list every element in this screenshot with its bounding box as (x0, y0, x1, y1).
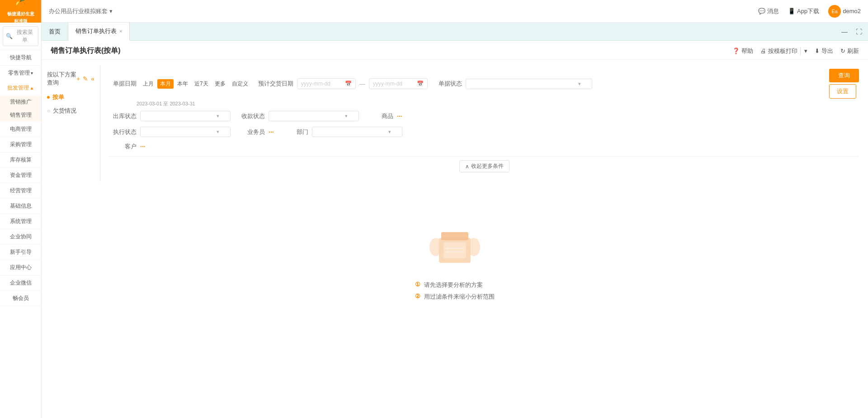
calendar-to-icon: 📅 (417, 81, 424, 87)
sidebar-item-marketing[interactable]: 营销推广 (0, 95, 41, 109)
help-label: 帮助 (741, 47, 753, 55)
dept-select[interactable]: ▾ (312, 127, 402, 137)
payment-filter-group: 收款状态 ▾ (238, 111, 359, 121)
payment-select[interactable]: ▾ (269, 111, 359, 121)
search-menu-button[interactable]: 🔍 搜索菜单 (3, 26, 38, 46)
status-filter-group: 单据状态 ▾ (435, 79, 592, 89)
tab-close-icon[interactable]: × (119, 28, 122, 34)
app-download-label: App下载 (797, 7, 819, 15)
scheme-item-shortage[interactable]: ○ 欠货情况 (42, 104, 100, 118)
content-area: 销售订单执行表(按单) ❓ 帮助 🖨 按模板打印 ▾ ⬇ 导出 (42, 41, 868, 418)
sidebar-item-member[interactable]: 畅会员 (0, 291, 41, 306)
exec-label: 执行状态 (109, 128, 137, 136)
sidebar-item-basic[interactable]: 基础信息 (0, 199, 41, 214)
export-button[interactable]: ⬇ 导出 (815, 47, 833, 55)
sidebar-item-inventory[interactable]: 库存核算 (0, 152, 41, 168)
empty-hint-1-text: 请先选择要分析的方案 (424, 281, 483, 289)
quick-nav-label: 快捷导航 (10, 54, 32, 61)
sidebar-item-enterprise[interactable]: 企业协同 (0, 229, 41, 245)
status-select[interactable]: ▾ (466, 79, 592, 89)
date-range-separator: — (359, 81, 365, 87)
salesman-ellipsis-button[interactable]: ··· (269, 128, 274, 136)
exec-dropdown-icon: ▾ (217, 129, 219, 135)
sidebar-item-finance[interactable]: 资金管理 (0, 168, 41, 183)
filter-sidebar-icons: + ✎ « (76, 75, 94, 82)
sidebar-item-retail[interactable]: 零售管理 ▾ (0, 66, 41, 81)
sidebar-item-system[interactable]: 系统管理 (0, 214, 41, 229)
query-button[interactable]: 查询 (829, 69, 859, 82)
customer-ellipsis-button[interactable]: ··· (140, 143, 146, 150)
date-tab-this-month[interactable]: 本月 (157, 79, 174, 89)
status-dropdown-icon: ▾ (578, 81, 581, 87)
sidebar-item-quick-nav[interactable]: 快捷导航 (0, 50, 41, 66)
svg-rect-2 (443, 242, 466, 258)
sidebar-item-purchase[interactable]: 采购管理 (0, 137, 41, 152)
expected-date-group: 预计交货日期 yyyy-mm-dd 📅 — yyyy-mm-dd 📅 (258, 78, 428, 89)
tab-sales-order[interactable]: 销售订单执行表 × (68, 23, 130, 41)
date-label: 单据日期 (109, 80, 137, 88)
sidebar-item-wholesale[interactable]: 批发管理 ▲ (0, 81, 41, 95)
filter-main: 单据日期 上月 本月 本年 近7天 更多 自定义 (100, 65, 868, 181)
wholesale-label: 批发管理 (7, 84, 29, 92)
topbar: 办公用品行业模拟账套 ▾ 💬 消息 📱 App下载 Ea demo2 (42, 0, 868, 23)
add-scheme-icon[interactable]: + (76, 75, 80, 82)
app-download-button[interactable]: 📱 App下载 (788, 7, 819, 15)
tabbar: 首页 销售订单执行表 × — ⛶ (42, 23, 868, 41)
payment-dropdown-icon: ▾ (345, 113, 348, 119)
outstock-select[interactable]: ▾ (140, 111, 231, 121)
sidebar-item-ecommerce[interactable]: 电商管理 (0, 122, 41, 137)
scheme-item-by-order[interactable]: 按单 (42, 90, 100, 104)
svg-point-3 (429, 238, 442, 256)
expected-date-to-input[interactable]: yyyy-mm-dd 📅 (369, 78, 428, 89)
breadcrumb-dropdown-icon[interactable]: ▾ (109, 8, 113, 14)
page-inner: 销售订单执行表(按单) ❓ 帮助 🖨 按模板打印 ▾ ⬇ 导出 (42, 41, 868, 418)
collapse-more-button[interactable]: ∧ 收起更多条件 (459, 160, 509, 172)
setting-button[interactable]: 设置 (829, 84, 856, 99)
exec-filter-group: 执行状态 ▾ (109, 127, 231, 137)
scheme-shortage-icon: ○ (47, 108, 50, 114)
tab-minimize-button[interactable]: — (839, 26, 850, 37)
date-tab-custom[interactable]: 自定义 (229, 79, 251, 89)
query-setting-area: 查询 设置 (829, 69, 859, 99)
sidebar-search-area: 🔍 搜索菜单 (0, 23, 41, 50)
breadcrumb: 办公用品行业模拟账套 ▾ (49, 7, 751, 15)
user-profile[interactable]: Ea demo2 (828, 5, 861, 18)
date-tab-more[interactable]: 更多 (212, 79, 228, 89)
empty-hint-2-text: 用过滤条件来缩小分析范围 (424, 293, 495, 301)
payment-label: 收款状态 (238, 112, 265, 120)
dept-filter-group: 部门 ▾ (281, 127, 402, 137)
dept-label: 部门 (281, 128, 308, 136)
filter-area: 按以下方案查询 + ✎ « 按单 ○ 欠货情况 (42, 60, 868, 181)
expected-date-from-input[interactable]: yyyy-mm-dd 📅 (297, 78, 356, 89)
sidebar-item-wechat[interactable]: 企业微信 (0, 276, 41, 291)
sidebar-item-sales-mgmt[interactable]: 销售管理 (0, 109, 41, 122)
sidebar: 🍊 畅捷通好生意 标准版 🔍 搜索菜单 快捷导航 零售管理 ▾ 批发管理 ▲ 营… (0, 0, 42, 418)
sidebar-item-operation[interactable]: 经营管理 (0, 183, 41, 199)
collapse-sidebar-icon[interactable]: « (91, 75, 94, 82)
print-button[interactable]: 🖨 按模板打印 ▾ (760, 47, 807, 55)
search-menu-label: 搜索菜单 (14, 28, 35, 44)
tab-home[interactable]: 首页 (42, 23, 68, 40)
help-button[interactable]: ❓ 帮助 (732, 47, 753, 55)
sidebar-item-new-guide[interactable]: 新手引导 (0, 245, 41, 260)
empty-hint-2: ② 用过滤条件来缩小分析范围 (415, 293, 495, 301)
empty-text-container: ① 请先选择要分析的方案 ② 用过滤条件来缩小分析范围 (415, 281, 495, 304)
tab-maximize-button[interactable]: ⛶ (854, 26, 864, 37)
date-tab-7days[interactable]: 近7天 (192, 79, 211, 89)
date-tab-last-month[interactable]: 上月 (140, 79, 156, 89)
date-tab-this-year[interactable]: 本年 (175, 79, 191, 89)
product-ellipsis-button[interactable]: ··· (397, 113, 402, 120)
refresh-button[interactable]: ↻ 刷新 (840, 47, 859, 55)
tabbar-right-actions: — ⛶ (839, 23, 868, 40)
message-button[interactable]: 💬 消息 (758, 7, 779, 15)
sidebar-item-app-center[interactable]: 应用中心 (0, 260, 41, 276)
exec-select[interactable]: ▾ (140, 127, 231, 137)
date-sub-range: 2023-03-01 至 2023-03-31 (137, 100, 859, 107)
retail-arrow-icon: ▾ (31, 71, 33, 76)
retail-label: 零售管理 (8, 69, 30, 77)
print-dropdown-icon[interactable]: ▾ (802, 48, 807, 54)
expected-date-label: 预计交货日期 (258, 80, 293, 88)
scheme-by-order-label: 按单 (52, 93, 64, 101)
app-logo: 🍊 畅捷通好生意 标准版 (0, 0, 41, 23)
edit-scheme-icon[interactable]: ✎ (83, 75, 88, 82)
